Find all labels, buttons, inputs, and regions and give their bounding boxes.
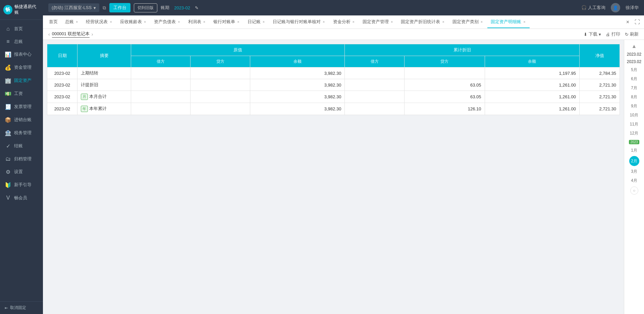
tab-operation[interactable]: 经营状况表 × xyxy=(83,16,116,28)
customer-service-btn[interactable]: 🎧 人工客询 xyxy=(581,5,605,11)
breadcrumb: ‹ 000001 联想笔记本 › xyxy=(48,31,93,38)
sidebar: 畅 畅捷通易代账 ⌂ 首页 ≡ 总账 📊 报表中心 💰 资金管理 🏢 固定资产 … xyxy=(0,0,43,314)
tab-close-fa-manage[interactable]: × xyxy=(390,19,393,24)
timeline-month-9[interactable]: 9月 xyxy=(624,102,644,111)
tab-close-journal[interactable]: × xyxy=(262,19,265,24)
timeline-month-2-active[interactable]: 2月 xyxy=(629,156,639,166)
sidebar-item-report[interactable]: 📊 报表中心 xyxy=(0,48,43,61)
tab-close-capital-analysis[interactable]: × xyxy=(352,19,355,24)
cell-yz-balance: 3,982.30 xyxy=(250,79,344,91)
cell-desc: 月本月合计 xyxy=(77,91,131,103)
headset-icon: 🎧 xyxy=(581,5,587,10)
maximize-btn[interactable]: ⛶ xyxy=(633,18,641,27)
col-desc: 摘要 xyxy=(77,44,131,67)
tab-close-fa-category[interactable]: × xyxy=(480,19,483,24)
sidebar-nav: ⌂ 首页 ≡ 总账 📊 报表中心 💰 资金管理 🏢 固定资产 💵 工资 🧾 发票… xyxy=(0,20,43,301)
tab-reconcile[interactable]: 日记账与银行对账单核对 × xyxy=(269,16,329,28)
sidebar-item-label: 工资 xyxy=(14,91,23,97)
tab-balance[interactable]: 资产负债表 × xyxy=(151,16,184,28)
sidebar-item-archive[interactable]: 🗂 归档管理 xyxy=(0,153,43,165)
cell-yz-debit xyxy=(131,79,191,91)
sidebar-item-invoice[interactable]: 🧾 发票管理 xyxy=(0,100,43,113)
member-icon: V xyxy=(5,195,11,201)
timeline-scroll-up[interactable]: ▲ xyxy=(630,42,638,51)
tab-close-bank[interactable]: × xyxy=(236,19,240,24)
refresh-btn[interactable]: ↻ 刷新 xyxy=(625,31,639,37)
workspace-button[interactable]: 工作台 xyxy=(109,3,130,12)
tab-ledger[interactable]: 总账 × xyxy=(62,16,82,28)
timeline-month-11[interactable]: 11月 xyxy=(624,120,644,129)
sidebar-item-settings[interactable]: ⚙ 设置 xyxy=(0,165,43,178)
download-icon: ⬇ xyxy=(584,32,587,37)
cell-date: 2023-02 xyxy=(47,79,77,91)
cell-yz-debit xyxy=(131,67,191,79)
avatar[interactable]: 👤 xyxy=(611,3,620,12)
cell-lj-debit xyxy=(345,103,404,115)
tab-home[interactable]: 首页 xyxy=(46,16,61,28)
tab-close-ledger[interactable]: × xyxy=(75,19,78,24)
tab-close-operation[interactable]: × xyxy=(109,19,112,24)
cell-yz-credit xyxy=(191,103,250,115)
tab-close-fa-detail[interactable]: × xyxy=(523,19,526,24)
sidebar-item-sales[interactable]: 📦 进销台账 xyxy=(0,113,43,126)
tab-fa-depreciation[interactable]: 固定资产折旧统计表 × xyxy=(397,16,448,28)
sales-icon: 📦 xyxy=(5,117,11,123)
tab-close-profit[interactable]: × xyxy=(203,19,206,24)
sidebar-item-label: 进销台账 xyxy=(14,117,32,123)
col-date: 日期 xyxy=(47,44,77,67)
company-selector[interactable]: (勿动) 江西服室-LSS ▾ xyxy=(48,3,99,12)
cell-lj-balance: 1,261.00 xyxy=(485,91,579,103)
sidebar-item-fixed-assets[interactable]: 🏢 固定资产 xyxy=(0,74,43,87)
cell-net-value: 2,721.30 xyxy=(580,103,620,115)
cell-date: 2023-02 xyxy=(47,91,77,103)
sidebar-item-label: 资金管理 xyxy=(14,64,32,70)
period-value[interactable]: 2023-02 xyxy=(174,5,190,10)
sidebar-item-tax[interactable]: 🏦 税务管理 xyxy=(0,126,43,140)
tab-fa-category[interactable]: 固定资产类别 × xyxy=(449,16,487,28)
sidebar-item-guide[interactable]: 🔰 新手引导 xyxy=(0,178,43,192)
edit-period-icon[interactable]: ✎ xyxy=(195,5,199,10)
sidebar-item-ledger[interactable]: ≡ 总账 xyxy=(0,35,43,48)
copy-icon[interactable]: ⧉ xyxy=(103,5,106,11)
tab-fa-detail[interactable]: 固定资产明细账 × xyxy=(487,16,529,28)
timeline-month-8[interactable]: 8月 xyxy=(624,93,644,102)
timeline-month-12[interactable]: 12月 xyxy=(624,129,644,138)
sidebar-item-close[interactable]: ✓ 结账 xyxy=(0,140,43,153)
sidebar-item-home[interactable]: ⌂ 首页 xyxy=(0,22,43,35)
tab-journal[interactable]: 日记账 × xyxy=(244,16,269,28)
chevron-down-icon: ▾ xyxy=(599,32,601,37)
sidebar-item-salary[interactable]: 💵 工资 xyxy=(0,87,43,100)
tab-close-balance[interactable]: × xyxy=(177,19,180,24)
tab-capital-analysis[interactable]: 资金分析 × xyxy=(330,16,359,28)
sidebar-item-member[interactable]: V 畅会员 xyxy=(0,192,43,204)
year-badge: 2023 xyxy=(629,140,639,144)
timeline-month-5[interactable]: 5月 xyxy=(624,65,644,74)
breadcrumb-prev-btn[interactable]: ‹ xyxy=(48,32,50,37)
tab-fa-manage[interactable]: 固定资产管理 × xyxy=(359,16,397,28)
tab-receivable[interactable]: 应收账龄表 × xyxy=(117,16,150,28)
timeline-month-1[interactable]: 1月 xyxy=(624,146,644,155)
breadcrumb-next-btn[interactable]: › xyxy=(92,32,93,37)
tab-close-reconcile[interactable]: × xyxy=(322,19,325,24)
sidebar-item-capital[interactable]: 💰 资金管理 xyxy=(0,61,43,74)
timeline-month-3[interactable]: 3月 xyxy=(624,167,644,176)
switch-version-button[interactable]: 切到旧版 xyxy=(134,3,157,12)
close-all-tabs-btn[interactable]: × xyxy=(625,18,631,27)
timeline-circle-btn[interactable]: ○ xyxy=(630,187,638,195)
sidebar-unpin[interactable]: ⇤ 取消固定 xyxy=(0,301,43,314)
print-btn[interactable]: 🖨 打印 xyxy=(606,31,620,37)
sidebar-item-label: 首页 xyxy=(14,26,23,32)
cell-date: 2023-02 xyxy=(47,67,77,79)
timeline-month-6[interactable]: 6月 xyxy=(624,74,644,84)
download-btn[interactable]: ⬇ 下载 ▾ xyxy=(584,31,601,37)
tab-close-receivable[interactable]: × xyxy=(143,19,147,24)
cell-desc: 上期结转 xyxy=(77,67,131,79)
tab-bank[interactable]: 银行对账单 × xyxy=(210,16,243,28)
tab-close-fa-depreciation[interactable]: × xyxy=(441,19,445,24)
timeline-month-10[interactable]: 10月 xyxy=(624,111,644,120)
timeline-month-4[interactable]: 4月 xyxy=(624,176,644,185)
content-area: 日期 摘要 原值 累计折旧 净值 借方 贷方 余额 借方 贷方 余额 xyxy=(43,40,644,314)
top-header: (勿动) 江西服室-LSS ▾ ⧉ 工作台 切到旧版 账期 2023-02 ✎ … xyxy=(43,0,644,15)
tab-profit[interactable]: 利润表 × xyxy=(185,16,209,28)
timeline-month-7[interactable]: 7月 xyxy=(624,84,644,93)
